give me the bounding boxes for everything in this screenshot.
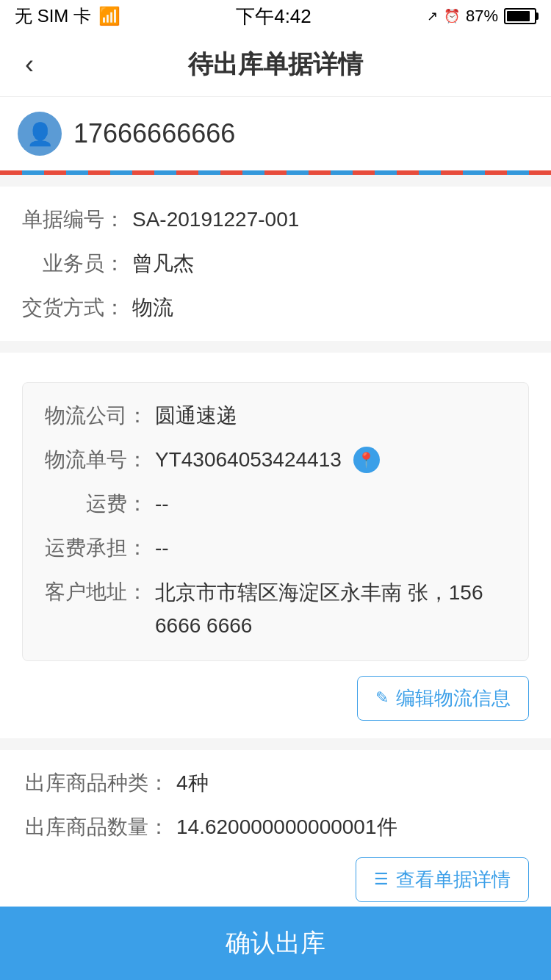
- battery-icon: [504, 8, 536, 24]
- edit-logistics-button-row: ✎ 编辑物流信息: [22, 676, 529, 721]
- logistics-company-row: 物流公司： 圆通速递: [45, 400, 506, 431]
- delivery-method-row: 交货方式： 物流: [22, 292, 529, 323]
- address-label: 客户地址：: [45, 577, 148, 608]
- view-detail-label: 查看单据详情: [396, 867, 511, 893]
- goods-quantity-value: 14.620000000000001件: [176, 812, 529, 843]
- status-right: ↗ ⏰ 87%: [427, 7, 536, 26]
- freight-value: --: [155, 489, 506, 519]
- document-number-row: 单据编号： SA-20191227-001: [22, 204, 529, 235]
- edit-logistics-label: 编辑物流信息: [396, 685, 511, 711]
- logistics-company-label: 物流公司：: [45, 400, 148, 431]
- doc-icon: ☰: [374, 870, 389, 889]
- time-text: 下午4:42: [236, 4, 311, 29]
- goods-section: 出库商品种类： 4种 出库商品数量： 14.620000000000001件 ☰…: [0, 750, 551, 920]
- edit-logistics-button[interactable]: ✎ 编辑物流信息: [357, 676, 529, 721]
- goods-quantity-row: 出库商品数量： 14.620000000000001件: [22, 812, 529, 843]
- confirm-button-label: 确认出库: [226, 926, 325, 960]
- tracking-number-label: 物流单号：: [45, 444, 148, 475]
- page-title: 待出库单据详情: [188, 48, 363, 82]
- wifi-icon: 📶: [98, 6, 120, 26]
- order-info-section: 单据编号： SA-20191227-001 业务员： 曾凡杰 交货方式： 物流: [0, 187, 551, 341]
- tracking-number-value: YT43064053424413 📍: [155, 444, 506, 475]
- battery-percent: 87%: [466, 7, 498, 26]
- sales-rep-row: 业务员： 曾凡杰: [22, 248, 529, 279]
- edit-icon: ✎: [375, 688, 389, 707]
- customer-header: 👤 17666666666: [0, 97, 551, 170]
- goods-type-row: 出库商品种类： 4种: [22, 768, 529, 799]
- logistics-section: 物流公司： 圆通速递 物流单号： YT43064053424413 📍 运费： …: [0, 353, 551, 738]
- status-left: 无 SIM 卡 📶: [15, 4, 120, 28]
- logistics-card: 物流公司： 圆通速递 物流单号： YT43064053424413 📍 运费： …: [22, 382, 529, 661]
- goods-quantity-label: 出库商品数量：: [22, 812, 169, 843]
- sales-rep-label: 业务员：: [22, 248, 125, 279]
- dashed-separator: [0, 170, 551, 175]
- document-number-value: SA-20191227-001: [132, 204, 529, 235]
- freight-bearer-value: --: [155, 533, 506, 563]
- freight-label: 运费：: [45, 489, 148, 519]
- view-detail-button[interactable]: ☰ 查看单据详情: [356, 857, 529, 902]
- delivery-method-value: 物流: [132, 292, 529, 323]
- address-value: 北京市市辖区海淀区永丰南 张，156 6666 6666: [155, 577, 506, 643]
- sales-rep-value: 曾凡杰: [132, 248, 529, 279]
- location-status-icon: ↗: [427, 8, 438, 24]
- freight-bearer-row: 运费承担： --: [45, 533, 506, 563]
- back-button[interactable]: ‹: [18, 42, 41, 87]
- document-number-label: 单据编号：: [22, 204, 125, 235]
- status-bar: 无 SIM 卡 📶 下午4:42 ↗ ⏰ 87%: [0, 0, 551, 32]
- avatar-icon: 👤: [26, 121, 54, 147]
- tracking-location-icon[interactable]: 📍: [353, 447, 380, 473]
- confirm-bar[interactable]: 确认出库: [0, 907, 551, 980]
- carrier-text: 无 SIM 卡: [15, 4, 91, 28]
- nav-bar: ‹ 待出库单据详情: [0, 32, 551, 97]
- alarm-icon: ⏰: [444, 8, 460, 24]
- address-row: 客户地址： 北京市市辖区海淀区永丰南 张，156 6666 6666: [45, 577, 506, 643]
- delivery-method-label: 交货方式：: [22, 292, 125, 323]
- detail-button-row: ☰ 查看单据详情: [22, 857, 529, 902]
- freight-row: 运费： --: [45, 489, 506, 519]
- goods-type-value: 4种: [176, 768, 529, 799]
- freight-bearer-label: 运费承担：: [45, 533, 148, 563]
- avatar: 👤: [18, 112, 62, 156]
- logistics-company-value: 圆通速递: [155, 400, 506, 431]
- tracking-number-row: 物流单号： YT43064053424413 📍: [45, 444, 506, 475]
- goods-type-label: 出库商品种类：: [22, 768, 169, 799]
- customer-phone: 17666666666: [73, 118, 235, 149]
